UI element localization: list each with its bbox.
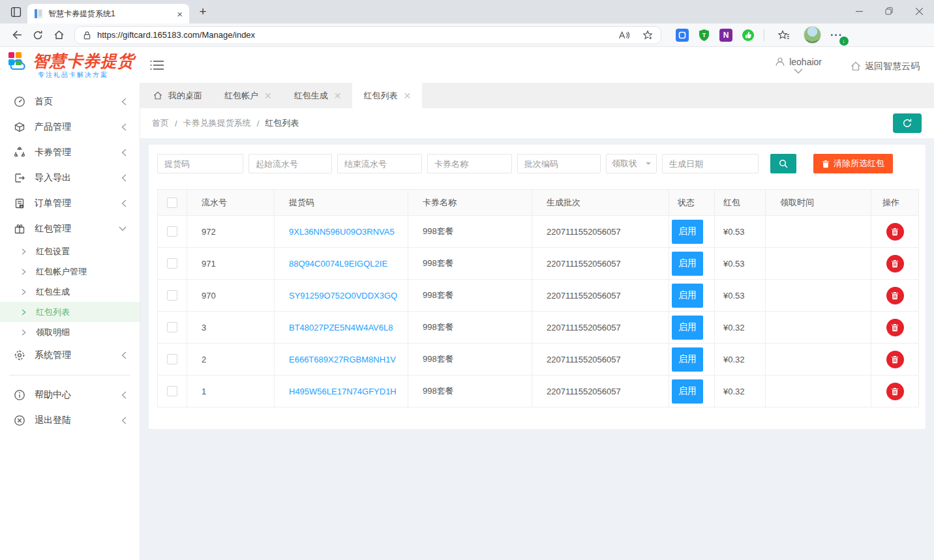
pickup-code-link[interactable]: 9XL36NN596U09O3RNVA5	[289, 227, 395, 237]
pickup-code-link[interactable]: 88Q94C0074L9EIGQL2IE	[289, 259, 387, 269]
status-enable-button[interactable]: 启用	[672, 316, 703, 340]
pickup-code-link[interactable]: E666T689X27RGBM8NH1V	[289, 355, 396, 364]
pickup-code-link[interactable]: H495W56LE17N74GFYD1H	[289, 387, 397, 396]
refresh-button[interactable]	[893, 113, 922, 133]
new-tab-button[interactable]: +	[194, 3, 211, 20]
more-menu-icon[interactable]: ···↓	[830, 29, 843, 41]
chevron-down-icon	[119, 226, 127, 231]
row-checkbox[interactable]	[167, 386, 177, 396]
generate-date-input[interactable]	[662, 154, 759, 173]
back-icon[interactable]	[7, 25, 27, 45]
window-close-button[interactable]	[904, 0, 934, 22]
sidebar-item-label: 产品管理	[35, 121, 71, 133]
chevron-left-icon	[121, 149, 127, 156]
browser-tab-close-icon[interactable]: ×	[177, 9, 183, 19]
address-bar[interactable]: https://giftcard.165183.com/Manage/index	[74, 26, 661, 44]
row-checkbox[interactable]	[167, 290, 177, 301]
breadcrumb-home[interactable]: 首页	[152, 117, 169, 129]
delete-button[interactable]	[886, 383, 904, 400]
content-area: 领取状 清除所选红包	[140, 138, 934, 560]
extension-q-icon[interactable]	[676, 29, 689, 42]
table-row: 1 H495W56LE17N74GFYD1H 998套餐 22071115520…	[158, 376, 919, 407]
sidebar-subitem-redpacket-generate[interactable]: 红包生成	[0, 282, 140, 302]
browser-titlebar: 智慧卡券提货系统1 × +	[0, 0, 934, 23]
return-cloud-link[interactable]: 返回智慧云码	[851, 61, 920, 72]
status-enable-button[interactable]: 启用	[672, 379, 703, 404]
sidebar-subitem-redpacket-list[interactable]: 红包列表	[0, 302, 140, 322]
sidebar-item-cards[interactable]: 卡券管理	[0, 140, 140, 165]
dashboard-icon	[14, 96, 25, 108]
sidebar-item-help[interactable]: 帮助中心	[0, 382, 140, 407]
sidebar-item-system[interactable]: 系统管理	[0, 342, 140, 368]
select-all-checkbox[interactable]	[167, 198, 177, 208]
favorites-bar-icon[interactable]	[774, 25, 794, 45]
clear-selected-button[interactable]: 清除所选红包	[813, 154, 893, 173]
tab-redpacket-generate[interactable]: 红包生成 ✕	[283, 83, 353, 108]
read-aloud-icon[interactable]	[614, 27, 633, 43]
tab-my-desktop[interactable]: 我的桌面	[142, 83, 213, 108]
sidebar-subitem-redpacket-accounts[interactable]: 红包帐户管理	[0, 261, 140, 282]
sidebar-item-home[interactable]: 首页	[0, 89, 140, 114]
status-enable-button[interactable]: 启用	[672, 220, 703, 244]
row-checkbox[interactable]	[167, 226, 177, 237]
row-checkbox[interactable]	[167, 258, 177, 269]
cell-amount: ¥0.53	[715, 248, 766, 280]
window-minimize-button[interactable]	[844, 0, 874, 22]
sidebar-item-import-export[interactable]: 导入导出	[0, 165, 140, 190]
status-enable-button[interactable]: 启用	[672, 252, 703, 276]
table-row: 971 88Q94C0074L9EIGQL2IE 998套餐 220711155…	[158, 248, 919, 280]
extension-onenote-icon[interactable]: N	[719, 29, 732, 42]
reload-icon[interactable]	[27, 25, 48, 45]
sidebar-item-products[interactable]: 产品管理	[0, 114, 140, 140]
claim-status-select[interactable]: 领取状	[606, 154, 657, 173]
delete-button[interactable]	[886, 255, 904, 273]
row-checkbox[interactable]	[167, 354, 177, 364]
delete-button[interactable]	[886, 287, 904, 304]
order-document-icon	[14, 198, 25, 209]
status-enable-button[interactable]: 启用	[672, 284, 703, 308]
sidebar-item-orders[interactable]: 订单管理	[0, 190, 140, 216]
collapse-menu-icon[interactable]	[150, 60, 164, 70]
chevron-left-icon	[121, 174, 127, 182]
delete-button[interactable]	[886, 319, 904, 336]
cell-serial: 3	[187, 312, 275, 344]
user-menu[interactable]: leohaior	[775, 57, 822, 74]
window-restore-button[interactable]	[874, 0, 904, 22]
breadcrumb-system[interactable]: 卡券兑换提货系统	[183, 117, 251, 129]
breadcrumb-bar: 首页 / 卡券兑换提货系统 / 红包列表	[140, 108, 934, 138]
card-name-input[interactable]	[427, 154, 512, 173]
pickup-code-link[interactable]: SY91259O752O0VDDX3GQ	[289, 291, 397, 301]
tab-activities-icon[interactable]	[7, 3, 25, 21]
col-actions: 操作	[871, 190, 919, 216]
page-tab-bar: 我的桌面 红包帐户 ✕ 红包生成 ✕ 红包列表 ✕	[140, 83, 934, 108]
pickup-code-input[interactable]	[157, 154, 243, 173]
delete-button[interactable]	[886, 351, 904, 368]
sidebar-item-logout[interactable]: 退出登陆	[0, 407, 140, 433]
sidebar-subitem-claim-details[interactable]: 领取明细	[0, 322, 140, 342]
chevron-right-icon	[22, 269, 26, 275]
tab-close-icon[interactable]: ✕	[334, 91, 342, 101]
tab-redpacket-list[interactable]: 红包列表 ✕	[352, 83, 422, 108]
url-text: https://giftcard.165183.com/Manage/index	[97, 30, 609, 40]
batch-code-input[interactable]	[517, 154, 601, 173]
add-favorite-icon[interactable]	[639, 27, 657, 43]
extension-thumb-icon[interactable]	[742, 29, 755, 42]
end-serial-input[interactable]	[337, 154, 422, 173]
home-icon[interactable]	[48, 25, 69, 45]
status-enable-button[interactable]: 启用	[672, 347, 703, 372]
start-serial-input[interactable]	[249, 154, 332, 173]
tab-redpacket-account[interactable]: 红包帐户 ✕	[213, 83, 283, 108]
cell-batch: 2207111552056057	[532, 376, 669, 407]
pickup-code-link[interactable]: BT48027PZE5N4W4AV6L8	[289, 323, 393, 332]
extension-shield-icon[interactable]: T	[698, 29, 710, 42]
sidebar-item-redpacket[interactable]: 红包管理	[0, 216, 140, 241]
tab-close-icon[interactable]: ✕	[264, 91, 272, 101]
profile-avatar[interactable]	[804, 26, 821, 44]
row-checkbox[interactable]	[167, 322, 177, 332]
site-favicon-icon	[34, 8, 43, 19]
delete-button[interactable]	[886, 223, 904, 241]
browser-tab[interactable]: 智慧卡券提货系统1 ×	[27, 4, 189, 23]
sidebar-subitem-redpacket-settings[interactable]: 红包设置	[0, 241, 140, 261]
tab-close-icon[interactable]: ✕	[403, 91, 411, 101]
search-button[interactable]	[770, 154, 796, 173]
